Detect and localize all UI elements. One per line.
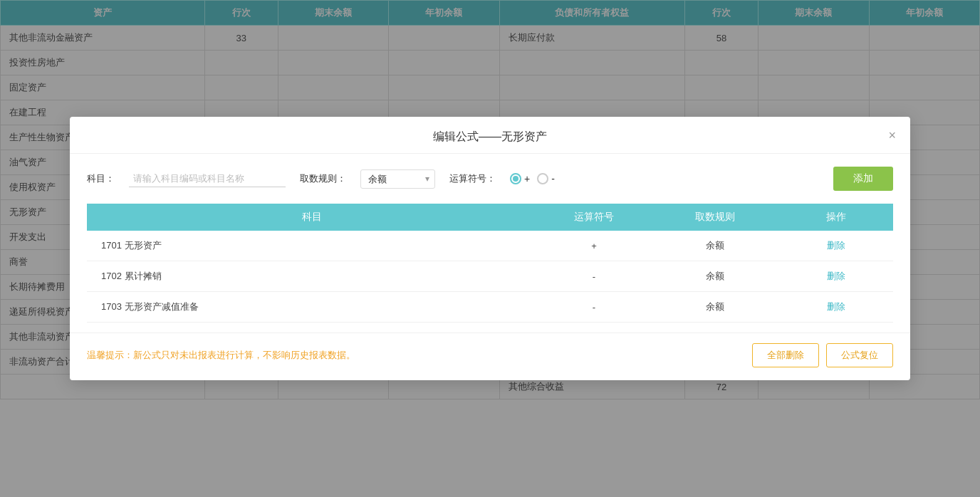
close-button[interactable]: × xyxy=(888,129,896,142)
delete-all-button[interactable]: 全部删除 xyxy=(752,343,819,367)
formula-subject-cell: 1702 累计摊销 xyxy=(87,261,537,292)
formula-table-row: 1702 累计摊销-余额删除 xyxy=(87,261,893,292)
hint-text: 温馨提示：新公式只对未出报表进行计算，不影响历史报表数据。 xyxy=(87,349,355,362)
operator-minus-label: - xyxy=(551,173,555,184)
modal-header: 编辑公式——无形资产 × xyxy=(70,117,910,154)
formula-action-cell: 删除 xyxy=(779,292,893,323)
delete-row-button[interactable]: 删除 xyxy=(827,240,845,251)
formula-operator-cell: + xyxy=(537,231,651,261)
modal-footer: 温馨提示：新公式只对未出报表进行计算，不影响历史报表数据。 全部删除 公式复位 xyxy=(70,333,910,380)
form-row: 科目： 取数规则： 余额 借方 贷方 借方发生额 贷方发生额 运算符号： + xyxy=(70,154,910,204)
col-subject: 科目 xyxy=(87,204,537,231)
formula-action-cell: 删除 xyxy=(779,261,893,292)
formula-rule-cell: 余额 xyxy=(651,261,779,292)
formula-action-cell: 删除 xyxy=(779,231,893,261)
formula-table: 科目 运算符号 取数规则 操作 1701 无形资产+余额删除1702 累计摊销-… xyxy=(87,204,893,323)
modal-title: 编辑公式——无形资产 xyxy=(433,130,547,145)
operator-label: 运算符号： xyxy=(449,172,496,185)
formula-subject-cell: 1703 无形资产减值准备 xyxy=(87,292,537,323)
edit-formula-modal: 编辑公式——无形资产 × 科目： 取数规则： 余额 借方 贷方 借方发生额 贷方… xyxy=(70,117,910,380)
rule-select[interactable]: 余额 借方 贷方 借方发生额 贷方发生额 xyxy=(360,169,435,189)
operator-minus-radio[interactable]: - xyxy=(537,173,555,184)
formula-subject-cell: 1701 无形资产 xyxy=(87,231,537,261)
col-operator: 运算符号 xyxy=(537,204,651,231)
operator-plus-label: + xyxy=(524,173,530,184)
rule-select-wrapper: 余额 借方 贷方 借方发生额 贷方发生额 xyxy=(360,169,435,189)
subject-label: 科目： xyxy=(87,172,115,185)
rule-label: 取数规则： xyxy=(300,172,346,185)
delete-row-button[interactable]: 删除 xyxy=(827,301,845,312)
formula-operator-cell: - xyxy=(537,292,651,323)
col-action: 操作 xyxy=(779,204,893,231)
modal-overlay: 编辑公式——无形资产 × 科目： 取数规则： 余额 借方 贷方 借方发生额 贷方… xyxy=(0,0,980,497)
radio-minus-circle[interactable] xyxy=(537,173,548,184)
add-button[interactable]: 添加 xyxy=(833,167,893,191)
formula-operator-cell: - xyxy=(537,261,651,292)
operator-radio-group: + - xyxy=(510,173,555,184)
formula-table-wrap: 科目 运算符号 取数规则 操作 1701 无形资产+余额删除1702 累计摊销-… xyxy=(70,204,910,323)
formula-table-row: 1701 无形资产+余额删除 xyxy=(87,231,893,261)
reset-formula-button[interactable]: 公式复位 xyxy=(826,343,893,367)
footer-buttons: 全部删除 公式复位 xyxy=(752,343,893,367)
formula-rule-cell: 余额 xyxy=(651,292,779,323)
formula-table-row: 1703 无形资产减值准备-余额删除 xyxy=(87,292,893,323)
radio-plus-circle[interactable] xyxy=(510,173,521,184)
delete-row-button[interactable]: 删除 xyxy=(827,271,845,281)
formula-rule-cell: 余额 xyxy=(651,231,779,261)
subject-input[interactable] xyxy=(129,170,286,187)
col-rule: 取数规则 xyxy=(651,204,779,231)
operator-plus-radio[interactable]: + xyxy=(510,173,530,184)
